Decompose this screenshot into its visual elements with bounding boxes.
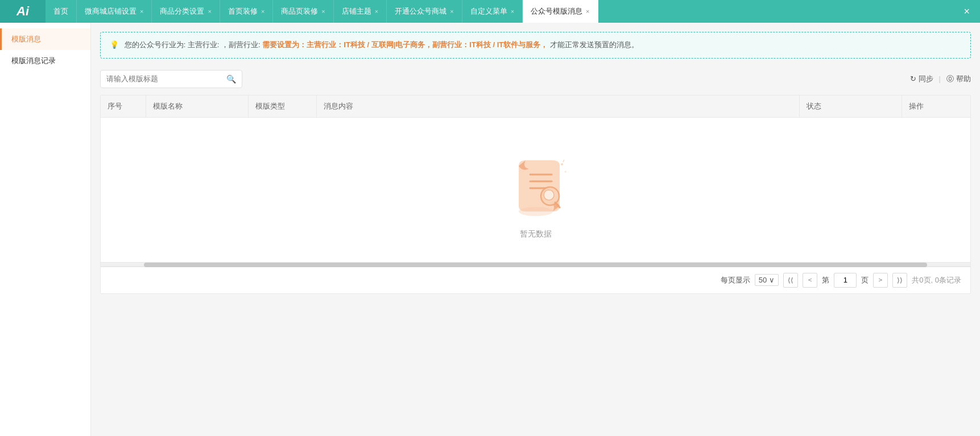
horizontal-scrollbar[interactable] [101,262,970,267]
sidebar-item-template-msg[interactable]: 模版消息 [0,28,90,50]
next-page-button[interactable]: ＞ [873,273,888,288]
table-container: 序号 模版名称 模版类型 消息内容 状态 操作 [100,95,971,294]
nav-tab-homepage[interactable]: 首页装修× [220,0,273,23]
sidebar-item-template-log[interactable]: 模版消息记录 [0,50,90,72]
nav-tab-theme[interactable]: 店铺主题× [334,0,387,23]
sync-button[interactable]: ↻ 同步 [910,74,933,84]
col-header-index: 序号 [101,95,146,117]
col-header-action: 操作 [902,95,970,117]
col-header-status: 状态 [800,95,902,117]
search-bar: 🔍 ↻ 同步 | ⓪ 帮助 [100,70,971,88]
sync-label: 同步 [919,74,933,84]
page-size-select[interactable]: 50 ∨ [755,274,779,286]
page-prefix: 第 [822,275,829,285]
svg-line-9 [563,160,564,162]
scrollbar-thumb[interactable] [144,263,927,267]
empty-illustration [502,152,570,220]
page-number-input[interactable] [834,273,857,288]
main-layout: 模版消息模版消息记录 💡 您的公众号行业为: 主营行业: ，副营行业: 需要设置… [0,23,980,436]
nav-tab-mall[interactable]: 开通公众号商城× [387,0,462,23]
page-total: 共0页, 0条记录 [912,275,961,285]
tab-close-theme[interactable]: × [375,8,378,15]
col-header-type: 模版类型 [249,95,317,117]
content-area: 💡 您的公众号行业为: 主营行业: ，副营行业: 需要设置为：主营行业：IT科技… [91,23,980,436]
tab-close-template[interactable]: × [586,8,589,15]
tab-close-homepage[interactable]: × [261,8,264,15]
sidebar: 模版消息模版消息记录 [0,23,91,436]
prev-page-button[interactable]: ＜ [803,273,817,288]
chevron-down-icon: ∨ [769,276,775,284]
nav-tab-product[interactable]: 商品页装修× [273,0,333,23]
nav-tabs-container: 首页微商城店铺设置×商品分类设置×首页装修×商品页装修×店铺主题×开通公众号商城… [46,0,959,23]
page-unit: 页 [861,275,869,285]
col-header-name: 模版名称 [146,95,249,117]
page-size-value: 50 [759,276,767,284]
nav-tab-category[interactable]: 商品分类设置× [152,0,220,23]
tab-close-menu[interactable]: × [511,8,514,15]
col-header-content: 消息内容 [317,95,800,117]
help-icon: ⓪ [946,74,954,84]
search-input[interactable] [106,74,226,83]
empty-text: 暂无数据 [520,229,552,239]
tab-close-wshop[interactable]: × [140,8,143,15]
notice-highlight: 需要设置为：主营行业：IT科技 / 互联网|电子商务，副营行业：IT科技 / I… [262,40,548,49]
nav-tab-menu[interactable]: 自定义菜单× [462,0,523,23]
sync-icon: ↻ [910,74,916,83]
nav-tab-home[interactable]: 首页 [46,0,77,23]
search-wrapper: 🔍 [100,70,242,88]
notice-suffix: 才能正常发送预置的消息。 [550,40,639,49]
notice-prefix: 您的公众号行业为: 主营行业: ，副营行业: [125,40,260,49]
search-icon[interactable]: 🔍 [226,74,236,84]
tab-close-category[interactable]: × [208,8,211,15]
svg-point-5 [544,190,554,200]
table-header: 序号 模版名称 模版类型 消息内容 状态 操作 [101,95,970,118]
help-label: 帮助 [956,74,971,84]
close-all-button[interactable]: × [959,3,974,20]
notice-icon: 💡 [110,40,119,49]
svg-point-8 [564,171,566,172]
notice-box: 💡 您的公众号行业为: 主营行业: ，副营行业: 需要设置为：主营行业：IT科技… [100,32,971,59]
first-page-button[interactable]: ⟨⟨ [783,273,798,288]
empty-state: 暂无数据 [101,118,970,262]
pagination: 每页显示 50 ∨ ⟨⟨ ＜ 第 页 ＞ ⟩⟩ 共0页, 0条记录 [101,267,970,293]
help-button[interactable]: ⓪ 帮助 [946,74,971,84]
last-page-button[interactable]: ⟩⟩ [892,273,907,288]
page-size-label: 每页显示 [721,275,750,285]
action-divider: | [939,74,941,83]
search-actions: ↻ 同步 | ⓪ 帮助 [910,74,971,84]
tab-close-mall[interactable]: × [450,8,453,15]
app-logo: Ai [0,0,46,23]
nav-tab-wshop[interactable]: 微商城店铺设置× [77,0,152,23]
svg-point-7 [561,163,563,165]
top-navigation: Ai 首页微商城店铺设置×商品分类设置×首页装修×商品页装修×店铺主题×开通公众… [0,0,980,23]
tab-close-product[interactable]: × [321,8,325,15]
nav-tab-template[interactable]: 公众号模版消息× [523,0,598,23]
